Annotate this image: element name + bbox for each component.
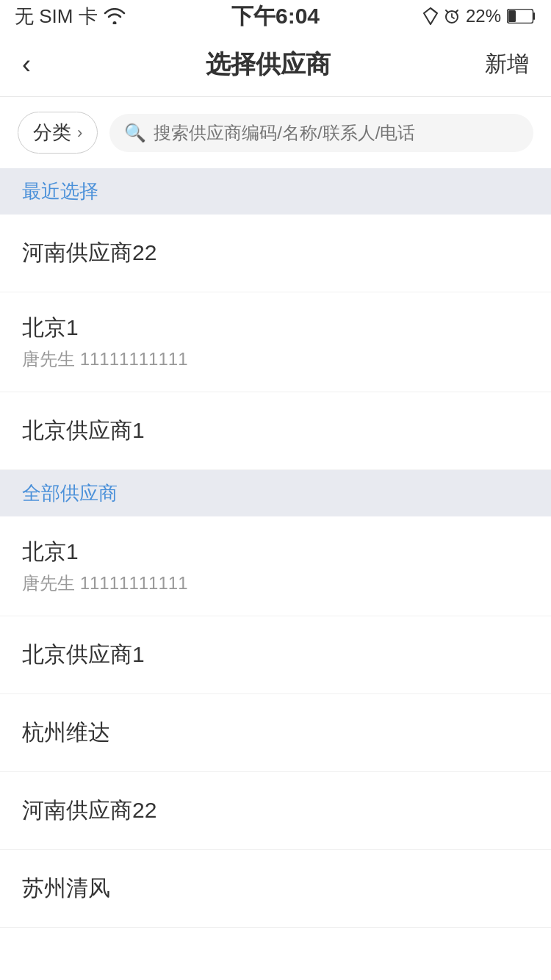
item-name: 北京1 bbox=[22, 313, 529, 343]
filter-bar: 分类 › 🔍 bbox=[0, 97, 551, 168]
no-sim-text: 无 SIM 卡 bbox=[15, 4, 98, 29]
battery-icon bbox=[507, 9, 536, 24]
recent-section-label: 最近选择 bbox=[22, 180, 98, 202]
add-button[interactable]: 新增 bbox=[470, 49, 529, 79]
item-name: 河南供应商22 bbox=[22, 796, 529, 826]
status-bar: 无 SIM 卡 下午6:04 22% bbox=[0, 0, 551, 32]
chevron-right-icon: › bbox=[77, 123, 82, 143]
item-name: 北京供应商1 bbox=[22, 640, 529, 670]
search-icon: 🔍 bbox=[124, 123, 146, 143]
status-time: 下午6:04 bbox=[231, 1, 320, 32]
item-name: 北京供应商1 bbox=[22, 416, 529, 446]
list-item[interactable]: 河南供应商22 bbox=[0, 772, 551, 850]
wifi-icon bbox=[104, 8, 126, 24]
item-name: 河南供应商22 bbox=[22, 238, 529, 268]
alarm-icon bbox=[444, 7, 460, 25]
nav-bar: ‹ 选择供应商 新增 bbox=[0, 32, 551, 97]
item-name: 杭州维达 bbox=[22, 718, 529, 748]
recent-list: 河南供应商22北京1唐先生 11111111111北京供应商1 bbox=[0, 215, 551, 470]
category-button[interactable]: 分类 › bbox=[18, 112, 98, 154]
search-box: 🔍 bbox=[109, 114, 533, 152]
item-name: 北京1 bbox=[22, 537, 529, 567]
status-left: 无 SIM 卡 bbox=[15, 4, 126, 29]
all-list: 北京1唐先生 11111111111北京供应商1杭州维达河南供应商22苏州清风 bbox=[0, 516, 551, 928]
list-item[interactable]: 北京供应商1 bbox=[0, 392, 551, 470]
page-title: 选择供应商 bbox=[66, 48, 470, 82]
recent-section-header: 最近选择 bbox=[0, 168, 551, 215]
all-section-label: 全部供应商 bbox=[22, 482, 118, 504]
battery-text: 22% bbox=[466, 6, 501, 26]
list-item[interactable]: 杭州维达 bbox=[0, 694, 551, 772]
list-item[interactable]: 河南供应商22 bbox=[0, 215, 551, 292]
search-input[interactable] bbox=[154, 123, 519, 143]
svg-rect-2 bbox=[508, 10, 516, 22]
item-sub: 唐先生 11111111111 bbox=[22, 572, 529, 595]
item-sub: 唐先生 11111111111 bbox=[22, 347, 529, 371]
list-item[interactable]: 北京1唐先生 11111111111 bbox=[0, 516, 551, 616]
location-icon bbox=[423, 7, 438, 25]
list-item[interactable]: 北京1唐先生 11111111111 bbox=[0, 292, 551, 392]
list-item[interactable]: 北京供应商1 bbox=[0, 616, 551, 694]
all-section-header: 全部供应商 bbox=[0, 470, 551, 516]
back-button[interactable]: ‹ bbox=[22, 49, 66, 80]
status-right: 22% bbox=[423, 6, 536, 26]
category-label: 分类 bbox=[33, 120, 71, 145]
list-item[interactable]: 苏州清风 bbox=[0, 850, 551, 928]
item-name: 苏州清风 bbox=[22, 873, 529, 904]
